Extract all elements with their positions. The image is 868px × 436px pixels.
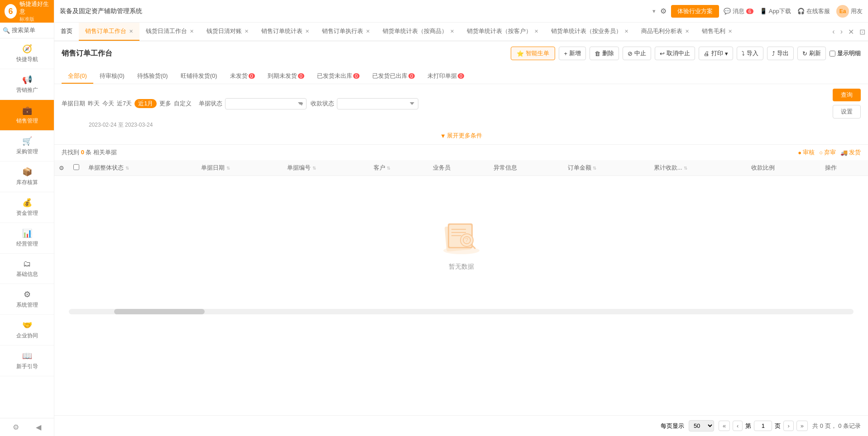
tab-cash-reconcile[interactable]: 钱货日清对账✕: [200, 23, 255, 41]
tab-staff-stats[interactable]: 销货单统计表（按业务员）✕: [545, 23, 635, 41]
tab-close-sales-profit[interactable]: ✕: [728, 28, 732, 34]
tab-goods-stats[interactable]: 销货单统计表（按商品）✕: [376, 23, 460, 41]
sub-tab-4[interactable]: 未发货0: [224, 69, 261, 84]
sidebar-item-quick-nav[interactable]: 🧭 快捷导航: [0, 38, 54, 69]
tab-close-cash-reconcile[interactable]: ✕: [245, 28, 249, 34]
topbar-settings-icon[interactable]: ⚙: [660, 7, 667, 15]
abandon-review-btn[interactable]: ○ 弃审: [819, 148, 836, 156]
tab-close-goods-stats[interactable]: ✕: [450, 28, 454, 34]
print-btn[interactable]: 🖨 打印 ▾: [699, 47, 733, 60]
next-page-btn[interactable]: ›: [783, 421, 793, 431]
sidebar-item-sales[interactable]: 💼 销售管理: [0, 100, 54, 131]
sub-tab-2[interactable]: 待拣验货(0): [131, 69, 174, 84]
sub-tab-1[interactable]: 待审核(0): [93, 69, 131, 84]
tab-close-cash-clear[interactable]: ✕: [190, 28, 194, 34]
export-btn[interactable]: ⤴ 导出: [767, 47, 794, 60]
col-checkbox[interactable]: [69, 160, 84, 176]
tabs-scroll-right[interactable]: ›: [838, 28, 845, 36]
last-page-btn[interactable]: »: [796, 421, 808, 431]
import-btn[interactable]: ⤵ 导入: [737, 47, 763, 60]
delete-btn[interactable]: 🗑 删除: [590, 47, 619, 60]
date-shortcut-昨天[interactable]: 昨天: [88, 100, 100, 108]
sidebar-search[interactable]: 🔍 搜索菜单: [0, 23, 54, 38]
ship-btn[interactable]: 🚚 发货: [840, 148, 861, 156]
query-btn[interactable]: 查询: [833, 89, 861, 101]
sidebar-item-operations[interactable]: 📊 经营管理: [0, 223, 54, 254]
date-shortcut-更多[interactable]: 更多: [159, 100, 171, 108]
tab-sales-stats[interactable]: 销售订单统计表✕: [255, 23, 316, 41]
date-shortcut-自定义[interactable]: 自定义: [174, 100, 192, 108]
horizontal-scrollbar[interactable]: [69, 309, 854, 314]
app-download-action[interactable]: 📱 App下载: [760, 7, 791, 15]
tab-sales-profit[interactable]: 销售毛利✕: [695, 23, 739, 41]
sidebar-item-marketing[interactable]: 📢 营销推广: [0, 69, 54, 100]
page-actions: ⭐ 智能生单 + 新增 🗑 删除 ⊘ 中止 ↩ 取消中止 🖨 打印: [511, 47, 861, 60]
tab-home[interactable]: 首页: [54, 23, 79, 41]
tab-cash-clear[interactable]: 钱货日清工作台✕: [139, 23, 200, 41]
user-action[interactable]: Ea 用友: [836, 5, 863, 18]
show-detail-checkbox[interactable]: [830, 51, 835, 57]
col-settings[interactable]: ⚙: [54, 160, 69, 176]
tab-close-profit-analysis[interactable]: ✕: [685, 28, 689, 34]
show-detail-label[interactable]: 显示明细: [830, 49, 861, 57]
sidebar-item-inventory[interactable]: 📦 库存核算: [0, 161, 54, 192]
solution-btn[interactable]: 体验行业方案: [671, 5, 719, 18]
tabs-scroll-left[interactable]: ‹: [830, 28, 837, 36]
stop-btn[interactable]: ⊘ 中止: [623, 47, 651, 60]
settings-icon[interactable]: ⚙: [13, 423, 19, 431]
review-btn[interactable]: ● 审核: [798, 148, 815, 156]
tab-sales-exec[interactable]: 销售订单执行表✕: [316, 23, 376, 41]
sort-icon-date[interactable]: ⇅: [226, 166, 230, 171]
sidebar-item-enterprise[interactable]: 🤝 企业协同: [0, 315, 54, 346]
tab-sales-workbench[interactable]: 销售订单工作台✕: [79, 23, 139, 41]
cancel-stop-btn[interactable]: ↩ 取消中止: [655, 47, 695, 60]
payment-select[interactable]: [337, 98, 418, 109]
sort-icon-amount[interactable]: ⇅: [593, 166, 596, 171]
sort-icon[interactable]: ⇅: [125, 166, 129, 171]
dropdown-arrow[interactable]: ▾: [652, 8, 656, 14]
tab-close-sales-stats[interactable]: ✕: [305, 28, 309, 34]
tabs-maximize[interactable]: ⊡: [857, 28, 868, 36]
tab-profit-analysis[interactable]: 商品毛利分析表✕: [635, 23, 695, 41]
sub-tab-6[interactable]: 已发货未出库0: [311, 69, 366, 84]
sidebar-item-purchase[interactable]: 🛒 采购管理: [0, 131, 54, 161]
tab-close-sales-exec[interactable]: ✕: [366, 28, 370, 34]
date-shortcut-近1月[interactable]: 近1月: [134, 99, 157, 108]
date-shortcut-近7天[interactable]: 近7天: [117, 100, 132, 108]
online-service-action[interactable]: 🎧 在线客服: [797, 7, 830, 15]
status-filter-label: 单据状态: [199, 100, 222, 108]
refresh-btn[interactable]: ↻ 刷新: [797, 47, 826, 60]
sub-tab-8[interactable]: 未打印单据0: [421, 69, 470, 84]
page-number-input[interactable]: [754, 421, 772, 431]
collapse-icon[interactable]: ◀: [36, 423, 41, 431]
filter-settings-btn[interactable]: 设置: [833, 105, 861, 118]
first-page-btn[interactable]: «: [719, 421, 730, 431]
tab-close-customer-stats[interactable]: ✕: [534, 28, 538, 34]
add-btn[interactable]: + 新增: [559, 47, 586, 60]
tab-label-staff-stats: 销货单统计表（按业务员）: [551, 27, 622, 35]
tabs-close-all[interactable]: ✕: [845, 28, 857, 36]
tab-close-sales-workbench[interactable]: ✕: [129, 28, 133, 34]
prev-page-btn[interactable]: ‹: [733, 421, 743, 431]
sub-tab-0[interactable]: 全部(0): [62, 69, 93, 84]
sub-tab-5[interactable]: 到期未发货0: [261, 69, 311, 84]
sidebar-item-guide[interactable]: 📖 新手引导: [0, 346, 54, 376]
status-select[interactable]: [225, 98, 307, 109]
quick-nav-icon: 🧭: [22, 44, 32, 54]
sidebar-item-base-info[interactable]: 🗂 基础信息: [0, 254, 54, 284]
sort-icon-customer[interactable]: ⇅: [387, 166, 390, 171]
tab-customer-stats[interactable]: 销货单统计表（按客户）✕: [460, 23, 545, 41]
message-action[interactable]: 💬 消息 6: [724, 7, 753, 15]
tab-close-staff-stats[interactable]: ✕: [624, 28, 628, 34]
sort-icon-number[interactable]: ⇅: [312, 166, 316, 171]
smart-btn[interactable]: ⭐ 智能生单: [511, 47, 555, 60]
expand-filter-btn[interactable]: ▼ 展开更多条件: [440, 132, 482, 140]
sidebar-item-system[interactable]: ⚙ 系统管理: [0, 284, 54, 315]
date-shortcut-今天[interactable]: 今天: [102, 100, 114, 108]
sub-tab-7[interactable]: 已发货已出库0: [366, 69, 421, 84]
select-all-checkbox[interactable]: [73, 164, 79, 170]
sub-tab-3[interactable]: 旺铺待发货(0): [174, 69, 224, 84]
sidebar-item-finance[interactable]: 💰 资金管理: [0, 192, 54, 223]
sort-icon-collected[interactable]: ⇅: [684, 166, 687, 171]
page-size-select[interactable]: 10 20 50 100: [689, 420, 714, 431]
